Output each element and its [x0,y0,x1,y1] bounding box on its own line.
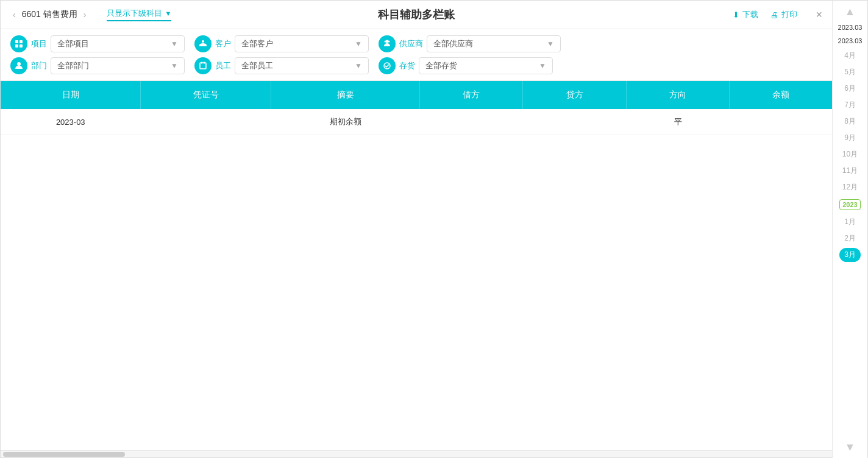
project-value: 全部项目 [57,38,89,49]
print-label: 打印 [781,9,797,20]
col-direction: 方向 [626,81,730,109]
timeline-month-7[interactable]: 7月 [833,97,867,113]
col-balance: 余额 [730,81,832,109]
header: ‹ 6601 销售费用 › 只显示下级科目 ▼ 科目辅助多栏账 ⬇ 下载 🖨 打… [1,1,832,29]
chevron-down-icon: ▼ [171,40,178,48]
download-label: 下载 [742,9,758,20]
dept-select[interactable]: 全部部门 ▼ [51,57,185,74]
cell-direction: 平 [626,109,730,135]
timeline-year-badge[interactable]: 2023 [839,199,860,210]
col-voucher: 凭证号 [141,81,271,109]
project-label: 项目 [31,38,47,49]
chevron-down-icon: ▼ [171,62,178,70]
chevron-down-icon: ▼ [547,40,554,48]
chevron-down-icon: ▼ [355,40,362,48]
svg-rect-1 [20,40,23,43]
nav-prev-button[interactable]: ‹ [10,9,18,21]
inventory-label: 存货 [399,60,415,71]
filter-dept: 部门 全部部门 ▼ [10,57,185,74]
timeline-month-6[interactable]: 6月 [833,80,867,97]
inventory-icon [379,57,396,74]
timeline-month-3-active[interactable]: 3月 [839,248,861,262]
supplier-label: 供应商 [399,38,423,49]
show-sub-toggle[interactable]: 只显示下级科目 ▼ [107,8,171,21]
print-icon: 🖨 [770,10,778,19]
dept-icon [10,57,27,74]
table-row: 2023-03 期初余额 平 [1,109,832,135]
filter-project: 项目 全部项目 ▼ [10,35,185,52]
download-button[interactable]: ⬇ 下载 [733,9,758,20]
project-select[interactable]: 全部项目 ▼ [51,35,185,52]
employee-label: 员工 [215,60,231,71]
employee-icon [194,57,212,74]
svg-rect-8 [200,63,206,69]
timeline-month-4[interactable]: 4月 [833,48,867,64]
timeline-up-arrow[interactable]: ▲ [833,3,867,21]
nav-next-button[interactable]: › [81,9,89,21]
employee-value: 全部员工 [241,60,273,71]
timeline-period-2[interactable]: 2023.03 [833,34,867,48]
page-title: 科目辅助多栏账 [378,7,455,22]
col-summary: 摘要 [271,81,419,109]
timeline-month-9[interactable]: 9月 [833,130,867,146]
close-button[interactable]: × [816,9,822,21]
cell-debit [419,109,523,135]
inventory-select[interactable]: 全部存货 ▼ [419,57,553,74]
dept-label: 部门 [31,60,47,71]
svg-point-5 [385,41,386,43]
svg-point-6 [388,41,390,43]
filter-supplier: 供应商 全部供应商 ▼ [379,35,561,52]
header-right: ⬇ 下载 🖨 打印 × [733,9,822,21]
customer-icon [194,35,212,52]
show-sub-label: 只显示下级科目 [107,8,162,19]
svg-rect-3 [20,44,23,48]
timeline-month-10[interactable]: 10月 [833,146,867,163]
filter-row-2: 部门 全部部门 ▼ 员工 全部员工 ▼ [10,57,822,74]
timeline-down-arrow[interactable]: ▼ [833,439,867,456]
inventory-value: 全部存货 [425,60,457,71]
customer-select[interactable]: 全部客户 ▼ [235,35,369,52]
data-table: 日期 凭证号 摘要 借方 贷方 方向 余额 2023-03 期初余额 [1,81,832,135]
cell-date: 2023-03 [1,109,141,135]
filter-row-1: 项目 全部项目 ▼ 客户 全部客户 ▼ [10,35,822,52]
table-container: 日期 凭证号 摘要 借方 贷方 方向 余额 2023-03 期初余额 [1,81,832,458]
filter-customer: 客户 全部客户 ▼ [194,35,369,52]
employee-select[interactable]: 全部员工 ▼ [235,57,369,74]
svg-rect-0 [15,40,18,43]
scrollbar-thumb[interactable] [3,452,125,457]
account-code-label: 6601 销售费用 [22,9,77,20]
svg-rect-10 [204,62,205,64]
horizontal-scrollbar[interactable] [1,450,832,457]
timeline-month-8[interactable]: 8月 [833,113,867,130]
header-left: ‹ 6601 销售费用 › 只显示下级科目 ▼ [10,8,171,21]
chevron-down-icon: ▼ [355,62,362,70]
customer-value: 全部客户 [241,38,273,49]
cell-balance [730,109,832,135]
timeline-month-2[interactable]: 2月 [833,230,867,247]
filter-employee: 员工 全部员工 ▼ [194,57,369,74]
supplier-select[interactable]: 全部供应商 ▼ [427,35,561,52]
chevron-down-icon: ▼ [539,62,546,70]
timeline-period-1[interactable]: 2023.03 [833,21,867,34]
cell-summary: 期初余额 [271,109,419,135]
customer-label: 客户 [215,38,231,49]
timeline-month-5[interactable]: 5月 [833,64,867,80]
print-button[interactable]: 🖨 打印 [770,9,797,20]
col-date: 日期 [1,81,141,109]
supplier-value: 全部供应商 [433,38,473,49]
cell-credit [523,109,627,135]
chevron-down-icon: ▼ [165,10,171,17]
filter-area: 项目 全部项目 ▼ 客户 全部客户 ▼ [1,29,832,81]
svg-rect-2 [15,44,18,48]
col-debit: 借方 [419,81,523,109]
svg-point-7 [17,62,21,66]
svg-rect-9 [201,62,202,64]
cell-voucher [141,109,271,135]
timeline-month-1[interactable]: 1月 [833,214,867,230]
supplier-icon [379,35,396,52]
project-icon [10,35,27,52]
timeline-month-12[interactable]: 12月 [833,179,867,196]
filter-inventory: 存货 全部存货 ▼ [379,57,553,74]
col-credit: 贷方 [523,81,627,109]
timeline-month-11[interactable]: 11月 [833,163,867,179]
